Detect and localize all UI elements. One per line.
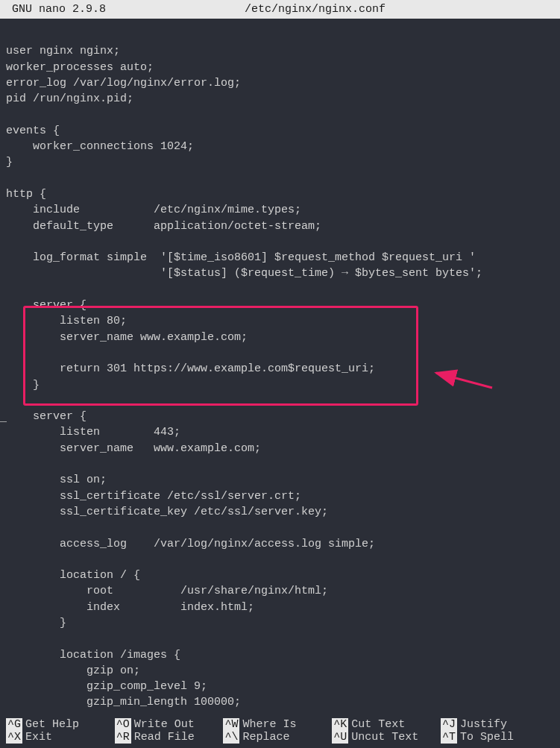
footer-row1-item-4: ^J Justify <box>441 718 554 731</box>
shortcut-label: Uncut Text <box>351 731 418 744</box>
shortcut-label: Exit <box>25 731 52 744</box>
shortcut-label: Where Is <box>242 718 296 731</box>
footer-row2-item-4: ^T To Spell <box>441 731 554 744</box>
shortcut-key: ^J <box>441 718 457 731</box>
shortcut-key: ^K <box>332 718 348 731</box>
shortcut-label: Replace <box>242 731 289 744</box>
file-path: /etc/nginx/nginx.conf <box>106 3 524 16</box>
footer-row1-item-2: ^W Where Is <box>223 718 332 731</box>
shortcut-label: Read File <box>134 731 195 744</box>
footer-row2-item-1: ^R Read File <box>115 731 224 744</box>
shortcut-key: ^\ <box>223 731 239 744</box>
code-text[interactable]: user nginx nginx; worker_processes auto;… <box>6 45 482 708</box>
cursor-mark: _ <box>0 410 7 426</box>
editor-content[interactable]: user nginx nginx; worker_processes auto;… <box>0 19 560 726</box>
footer-row1-item-3: ^K Cut Text <box>332 718 441 731</box>
shortcut-key: ^R <box>115 731 131 744</box>
titlebar: GNU nano 2.9.8 /etc/nginx/nginx.conf <box>0 0 560 19</box>
shortcut-key: ^T <box>441 731 457 744</box>
titlebar-spacer <box>524 3 554 16</box>
footer-row1-item-1: ^O Write Out <box>115 718 224 731</box>
shortcut-key: ^G <box>6 718 22 731</box>
shortcut-key: ^X <box>6 731 22 744</box>
app-version: 2.9.8 <box>72 3 106 16</box>
shortcut-key: ^O <box>115 718 131 731</box>
footer-shortcuts: ^G Get Help^O Write Out^W Where Is^K Cut… <box>0 717 560 748</box>
shortcut-label: Cut Text <box>351 718 405 731</box>
app-name-text: GNU nano <box>12 3 66 16</box>
shortcut-label: Justify <box>460 718 507 731</box>
footer-row2-item-2: ^\ Replace <box>223 731 332 744</box>
shortcut-key: ^W <box>223 718 239 731</box>
footer-row1-item-0: ^G Get Help <box>6 718 115 731</box>
app-name: GNU nano 2.9.8 <box>6 3 106 16</box>
shortcut-label: Get Help <box>25 718 79 731</box>
shortcut-label: To Spell <box>460 731 514 744</box>
footer-row2-item-0: ^X Exit <box>6 731 115 744</box>
footer-row2-item-3: ^U Uncut Text <box>332 731 441 744</box>
shortcut-key: ^U <box>332 731 348 744</box>
shortcut-label: Write Out <box>134 718 195 731</box>
